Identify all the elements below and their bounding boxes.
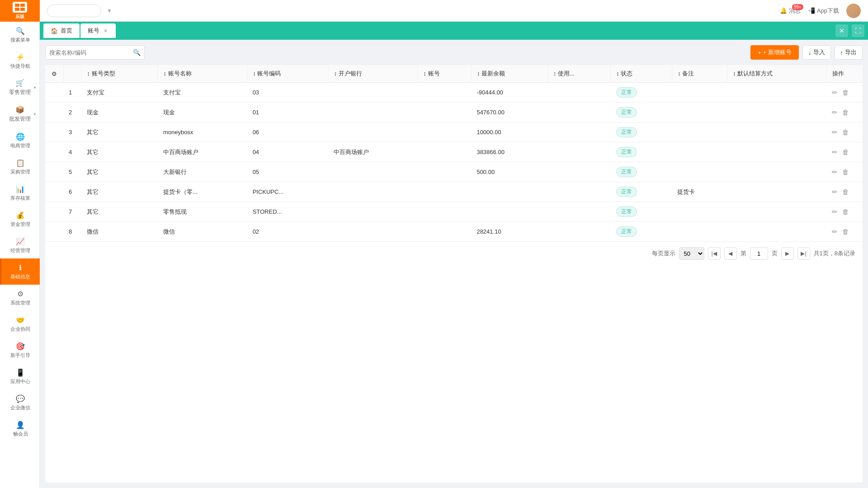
delete-button[interactable]: 🗑 xyxy=(842,89,849,96)
page-next-button[interactable]: ▶ xyxy=(781,247,794,260)
message-bell-icon: 🔔 xyxy=(780,7,787,14)
row-usage-cell xyxy=(547,162,610,182)
tab-home[interactable]: 🏠 首页 xyxy=(43,23,80,38)
col-account[interactable]: ↕ 账号 xyxy=(418,65,471,83)
row-type-cell: 其它 xyxy=(81,202,158,222)
page-prev-button[interactable]: ◀ xyxy=(724,247,737,260)
col-remark[interactable]: ↕ 备注 xyxy=(672,65,727,83)
delete-button[interactable]: 🗑 xyxy=(842,208,849,216)
sidebar-item-retail[interactable]: 🛒 零售管理 ▼ xyxy=(0,74,40,101)
row-usage-cell xyxy=(547,122,610,142)
edit-button[interactable]: ✏ xyxy=(832,228,838,236)
row-status-cell: 正常 xyxy=(611,103,672,122)
edit-button[interactable]: ✏ xyxy=(832,168,838,176)
row-name-cell: moneybosx xyxy=(158,122,247,142)
row-balance-cell: 10000.00 xyxy=(471,122,547,142)
row-code-cell: 03 xyxy=(247,83,329,103)
col-type[interactable]: ↕ 账号类型 xyxy=(81,65,158,83)
sidebar-label-shortcut: 快捷导航 xyxy=(10,63,30,70)
col-bank[interactable]: ↕ 开户银行 xyxy=(328,65,418,83)
import-button[interactable]: ↓ 导入 xyxy=(802,45,831,60)
row-type-cell: 其它 xyxy=(81,162,158,182)
edit-button[interactable]: ✏ xyxy=(832,208,838,216)
topbar-message-button[interactable]: 🔔 消息 99+ xyxy=(780,7,801,15)
edit-button[interactable]: ✏ xyxy=(832,188,838,196)
topbar-dropdown-icon[interactable]: ▼ xyxy=(107,8,112,14)
row-remark-cell xyxy=(672,222,727,242)
sidebar-item-shortcut[interactable]: ⚡ 快捷导航 xyxy=(0,48,40,74)
page-first-button[interactable]: |◀ xyxy=(708,247,721,260)
col-default-settlement[interactable]: ↕ 默认结算方式 xyxy=(727,65,826,83)
row-code-cell: 05 xyxy=(247,162,329,182)
account-table-container: ⚙ ↕ 账号类型 ↕ 账号名称 ↕ 账号编码 ↕ 开户 xyxy=(45,65,863,483)
row-remark-cell xyxy=(672,83,727,103)
row-action-cell: ✏ 🗑 xyxy=(826,162,863,182)
sidebar-item-guide[interactable]: 🎯 新手引导 xyxy=(0,337,40,363)
sidebar-item-app-center[interactable]: 📱 应用中心 xyxy=(0,363,40,389)
sidebar-item-system[interactable]: ⚙ 系统管理 xyxy=(0,285,40,311)
sidebar-item-enterprise[interactable]: 🤝 企业协同 xyxy=(0,311,40,337)
svg-rect-0 xyxy=(15,4,19,7)
edit-button[interactable]: ✏ xyxy=(832,128,838,136)
edit-button[interactable]: ✏ xyxy=(832,148,838,156)
tab-close-icon[interactable]: ✕ xyxy=(102,28,108,34)
sidebar-item-wholesale[interactable]: 📦 批发管理 ▼ xyxy=(0,101,40,127)
row-usage-cell xyxy=(547,182,610,202)
sidebar-item-finance[interactable]: 💰 资金管理 xyxy=(0,206,40,232)
account-search-box[interactable]: 🔍 xyxy=(45,45,145,60)
col-balance[interactable]: ↕ 最新余额 xyxy=(471,65,547,83)
col-usage[interactable]: ↕ 使用... xyxy=(547,65,610,83)
sidebar: 乐版 🔍 搜索菜单 ⚡ 快捷导航 🛒 零售管理 ▼ 📦 批发管理 ▼ 🌐 电商管… xyxy=(0,0,40,488)
row-bank-cell xyxy=(328,103,418,122)
row-status-cell: 正常 xyxy=(611,122,672,142)
row-account-cell xyxy=(418,122,471,142)
tab-account-label: 账号 xyxy=(88,27,99,35)
guide-icon: 🎯 xyxy=(16,342,25,351)
sidebar-label-wholesale: 批发管理 xyxy=(9,115,31,123)
delete-button[interactable]: 🗑 xyxy=(842,128,849,136)
sidebar-item-inventory[interactable]: 📊 库存核算 xyxy=(0,180,40,206)
sidebar-item-search-menu[interactable]: 🔍 搜索菜单 xyxy=(0,22,40,48)
export-button[interactable]: ↑ 导出 xyxy=(835,45,863,60)
col-status-label: ↕ 状态 xyxy=(616,70,632,77)
search-icon[interactable]: 🔍 xyxy=(133,49,141,56)
edit-button[interactable]: ✏ xyxy=(832,108,838,117)
row-index-cell: 5 xyxy=(63,162,81,182)
col-name[interactable]: ↕ 账号名称 xyxy=(158,65,247,83)
sidebar-item-operations[interactable]: 📈 经营管理 xyxy=(0,232,40,258)
delete-button[interactable]: 🗑 xyxy=(842,228,849,235)
tab-account[interactable]: 账号 ✕ xyxy=(80,23,116,38)
account-search-input[interactable] xyxy=(49,49,133,56)
col-status[interactable]: ↕ 状态 xyxy=(611,65,672,83)
edit-button[interactable]: ✏ xyxy=(832,89,838,97)
inventory-icon: 📊 xyxy=(16,184,25,193)
delete-button[interactable]: 🗑 xyxy=(842,148,849,156)
col-name-label: ↕ 账号名称 xyxy=(163,70,191,77)
sidebar-item-enterprise-wechat[interactable]: 💬 企业微信 xyxy=(0,389,40,416)
col-settings[interactable]: ⚙ xyxy=(45,65,63,83)
row-default-settlement-cell xyxy=(727,83,826,103)
tab-close-button[interactable]: ✕ xyxy=(835,24,848,37)
topbar-app-download[interactable]: 📲 App下载 xyxy=(808,7,839,15)
row-status-cell: 正常 xyxy=(611,83,672,103)
page-last-button[interactable]: ▶| xyxy=(797,247,810,260)
app-logo[interactable]: 乐版 xyxy=(0,0,40,22)
row-action-cell: ✏ 🗑 xyxy=(826,122,863,142)
sidebar-item-ecommerce[interactable]: 🌐 电商管理 xyxy=(0,127,40,154)
delete-button[interactable]: 🗑 xyxy=(842,168,849,176)
col-code[interactable]: ↕ 账号编码 xyxy=(247,65,329,83)
topbar-avatar[interactable] xyxy=(846,4,861,18)
add-account-button[interactable]: + + 新增账号 xyxy=(750,45,799,60)
delete-button[interactable]: 🗑 xyxy=(842,188,849,196)
sidebar-item-basic-info[interactable]: ℹ 基础信息 xyxy=(0,258,40,285)
page-input[interactable]: 1 xyxy=(750,247,768,260)
sidebar-label-app-center: 应用中心 xyxy=(10,378,30,385)
sidebar-item-member[interactable]: 👤 畅会员 xyxy=(0,416,40,442)
topbar-search-input[interactable] xyxy=(47,5,101,17)
import-label: 导入 xyxy=(813,48,825,56)
table-row: 7 其它 零售抵现 STORED... 正常 ✏ 🗑 xyxy=(45,202,863,222)
tab-expand-button[interactable]: ⛶ xyxy=(852,24,864,37)
page-size-select[interactable]: 50 100 200 xyxy=(679,247,704,260)
sidebar-item-purchase[interactable]: 📋 采购管理 xyxy=(0,154,40,180)
delete-button[interactable]: 🗑 xyxy=(842,108,849,116)
